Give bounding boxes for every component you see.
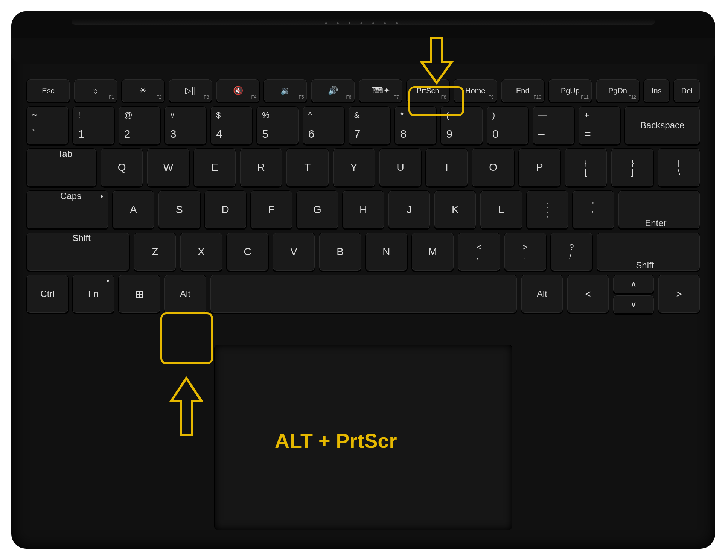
key-i[interactable]: I xyxy=(425,148,468,187)
key-1[interactable]: !1 xyxy=(72,106,114,145)
key-arrow-left[interactable]: < xyxy=(567,275,609,313)
surface-keyboard: • • • • • • • Esc☼F1☀F2▷||F3🔇F4🔉F5🔊F6⌨✦F… xyxy=(11,11,715,549)
number-row: ~`!1@2#3$4%5^6&7*8(9)0—–+=Backspace xyxy=(26,106,700,145)
key-d[interactable]: D xyxy=(204,190,247,229)
key-7[interactable]: &7 xyxy=(349,106,391,145)
key-backspace[interactable]: Backspace xyxy=(624,106,700,145)
keyboard-deck-edge xyxy=(11,38,715,64)
windows-icon: ⊞ xyxy=(135,288,144,300)
key-z[interactable]: Z xyxy=(134,233,176,271)
key-volume-down[interactable]: 🔉F5 xyxy=(263,79,307,102)
arrow-down-icon xyxy=(420,36,454,85)
key-0[interactable]: )0 xyxy=(487,106,529,145)
key-mute[interactable]: 🔇F4 xyxy=(216,79,260,102)
key-punc[interactable]: "' xyxy=(572,190,614,229)
key-9[interactable]: (9 xyxy=(440,106,483,145)
key-punc[interactable]: :; xyxy=(526,190,568,229)
key-s[interactable]: S xyxy=(158,190,200,229)
key-shift-right[interactable]: Shift xyxy=(597,233,700,271)
key-arrow-down[interactable]: ∨ xyxy=(613,295,654,314)
key-volume-up[interactable]: 🔊F6 xyxy=(311,79,355,102)
key-alt-right[interactable]: Alt xyxy=(521,275,563,313)
key-alt-left[interactable]: Alt xyxy=(164,275,206,313)
key-o[interactable]: O xyxy=(472,148,514,187)
key-`[interactable]: ~` xyxy=(26,106,69,145)
key-6[interactable]: ^6 xyxy=(303,106,345,145)
pogo-pins: • • • • • • • xyxy=(325,20,402,27)
key-pgdn[interactable]: PgDnF12 xyxy=(596,79,640,102)
key-f[interactable]: F xyxy=(250,190,292,229)
key-brightness-down[interactable]: ☼F1 xyxy=(74,79,117,102)
key-\[interactable]: |\ xyxy=(658,148,700,187)
key-=[interactable]: += xyxy=(579,106,621,145)
key-w[interactable]: W xyxy=(147,148,189,187)
key-4[interactable]: $4 xyxy=(210,106,253,145)
shortcut-caption: ALT + PrtScr xyxy=(275,429,397,452)
key-arrow-updown: ∧∨ xyxy=(613,275,654,314)
key-v[interactable]: V xyxy=(273,233,315,271)
key-x[interactable]: X xyxy=(180,233,222,271)
key-ctrl[interactable]: Ctrl xyxy=(26,275,69,313)
key-arrow-up[interactable]: ∧ xyxy=(613,275,654,294)
shift-row: ShiftZXCVBNM<,>.?/Shift xyxy=(26,233,700,271)
key-–[interactable]: —– xyxy=(533,106,575,145)
key-punc[interactable]: ?/ xyxy=(550,233,593,271)
key-arrow-right[interactable]: > xyxy=(658,275,700,313)
key-end[interactable]: EndF10 xyxy=(501,79,545,102)
arrow-up-icon xyxy=(169,376,203,437)
key-y[interactable]: Y xyxy=(333,148,375,187)
key-8[interactable]: *8 xyxy=(394,106,437,145)
key-k[interactable]: K xyxy=(434,190,476,229)
key-l[interactable]: L xyxy=(480,190,522,229)
key-punc[interactable]: <, xyxy=(458,233,500,271)
key-shift-left[interactable]: Shift xyxy=(26,233,130,271)
key-[[interactable]: {[ xyxy=(565,148,607,187)
key-punc[interactable]: >. xyxy=(504,233,547,271)
key-esc[interactable]: Esc xyxy=(26,79,70,102)
key-play-pause[interactable]: ▷||F3 xyxy=(169,79,212,102)
key-a[interactable]: A xyxy=(112,190,154,229)
key-][interactable]: }] xyxy=(611,148,653,187)
key-c[interactable]: C xyxy=(226,233,269,271)
key-g[interactable]: G xyxy=(296,190,338,229)
function-row: Esc☼F1☀F2▷||F3🔇F4🔉F5🔊F6⌨✦F7PrtScnF8HomeF… xyxy=(26,79,700,102)
key-backlight[interactable]: ⌨✦F7 xyxy=(359,79,402,102)
key-grid: Esc☼F1☀F2▷||F3🔇F4🔉F5🔊F6⌨✦F7PrtScnF8HomeF… xyxy=(26,79,700,318)
key-p[interactable]: P xyxy=(518,148,561,187)
key-5[interactable]: %5 xyxy=(256,106,299,145)
key-space[interactable] xyxy=(210,275,517,313)
key-pgup[interactable]: PgUpF11 xyxy=(548,79,592,102)
key-j[interactable]: J xyxy=(388,190,430,229)
key-enter[interactable]: Enter xyxy=(618,190,700,229)
key-capslock[interactable]: Caps xyxy=(26,190,108,229)
key-brightness-up[interactable]: ☀F2 xyxy=(121,79,165,102)
key-tab[interactable]: Tab xyxy=(26,148,97,187)
key-2[interactable]: @2 xyxy=(119,106,161,145)
key-u[interactable]: U xyxy=(379,148,422,187)
key-home[interactable]: HomeF9 xyxy=(454,79,497,102)
key-e[interactable]: E xyxy=(193,148,236,187)
key-del[interactable]: Del xyxy=(673,79,700,102)
key-q[interactable]: Q xyxy=(101,148,143,187)
key-fn[interactable]: Fn xyxy=(72,275,114,313)
keyboard-hinge: • • • • • • • xyxy=(11,11,715,38)
bottom-row: CtrlFn⊞AltAlt<∧∨> xyxy=(26,275,700,314)
key-windows[interactable]: ⊞ xyxy=(118,275,160,313)
key-3[interactable]: #3 xyxy=(164,106,207,145)
home-row: CapsASDFGHJKL:;"'Enter xyxy=(26,190,700,229)
key-ins[interactable]: Ins xyxy=(643,79,670,102)
key-b[interactable]: B xyxy=(319,233,361,271)
key-t[interactable]: T xyxy=(286,148,329,187)
key-n[interactable]: N xyxy=(365,233,408,271)
key-r[interactable]: R xyxy=(240,148,282,187)
key-m[interactable]: M xyxy=(411,233,454,271)
qwerty-row: TabQWERTYUIOP{[}]|\ xyxy=(26,148,700,187)
key-h[interactable]: H xyxy=(342,190,384,229)
